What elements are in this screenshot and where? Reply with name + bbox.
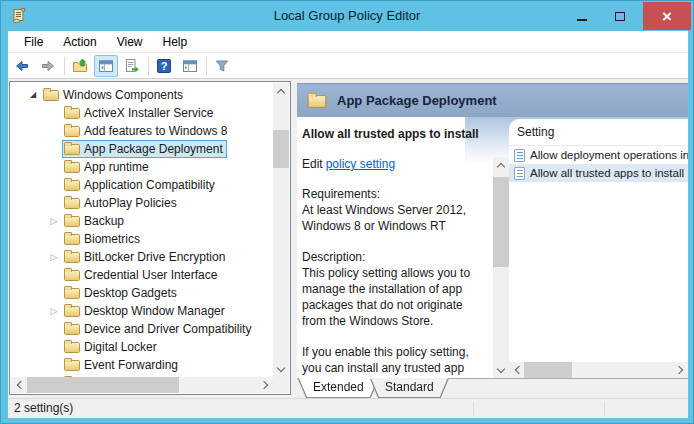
tree-indent: [11, 113, 46, 114]
tree-node-selected[interactable]: App Package Deployment: [62, 140, 227, 158]
scrollbar-thumb[interactable]: [273, 130, 289, 168]
filter-funnel-icon: [214, 58, 230, 74]
tree-node[interactable]: Credential User Interface: [62, 266, 221, 284]
scroll-left-arrow[interactable]: [509, 362, 525, 378]
tab-standard-label[interactable]: Standard: [371, 378, 448, 397]
tree-indent: [11, 167, 46, 168]
setting-item-allow-deployment-operations-in-special-profiles[interactable]: Allow deployment operations in special p…: [509, 146, 688, 164]
tree-item-desktop-window-manager[interactable]: ▷Desktop Window Manager: [11, 302, 273, 320]
forward-arrow-icon: [40, 58, 56, 74]
help-button[interactable]: ?: [152, 55, 176, 77]
tree-indent: [11, 185, 46, 186]
folder-icon: [64, 306, 80, 317]
scroll-down-arrow[interactable]: [493, 362, 509, 378]
tree-horizontal-scrollbar[interactable]: [11, 377, 273, 393]
scroll-right-arrow[interactable]: [257, 377, 273, 393]
scroll-left-arrow[interactable]: [11, 377, 27, 393]
tree-node[interactable]: Device and Driver Compatibility: [62, 320, 255, 338]
folder-icon: [307, 94, 326, 107]
tree-item-label: Application Compatibility: [84, 176, 215, 194]
folder-icon: [64, 234, 80, 245]
tree-item-windows-components[interactable]: ◢Windows Components: [11, 86, 273, 104]
tree-expander-icon[interactable]: ▷: [46, 212, 62, 230]
tree-item-device-and-driver-compatibility[interactable]: Device and Driver Compatibility: [11, 320, 273, 338]
scrollbar-thumb[interactable]: [493, 177, 509, 267]
show-action-pane-toggle[interactable]: [178, 55, 202, 77]
tree-expander-icon[interactable]: ▷: [46, 248, 62, 266]
chevron-up-icon: [497, 162, 505, 170]
scroll-right-arrow[interactable]: [672, 362, 688, 378]
tree-node[interactable]: Add features to Windows 8: [62, 122, 231, 140]
menu-file[interactable]: File: [14, 33, 53, 51]
menu-bar: FileActionViewHelp: [8, 31, 688, 53]
tree-item-biometrics[interactable]: Biometrics: [11, 230, 273, 248]
tree-item-add-features-to-windows-8[interactable]: Add features to Windows 8: [11, 122, 273, 140]
tree-item-activex-installer-service[interactable]: ActiveX Installer Service: [11, 104, 273, 122]
tree-item-digital-locker[interactable]: Digital Locker: [11, 338, 273, 356]
tree-node[interactable]: AutoPlay Policies: [62, 194, 181, 212]
tree-node[interactable]: BitLocker Drive Encryption: [62, 248, 229, 266]
tree-item-autoplay-policies[interactable]: AutoPlay Policies: [11, 194, 273, 212]
folder-icon: [64, 162, 80, 173]
scrollbar-thumb[interactable]: [524, 362, 572, 378]
tree-node[interactable]: ActiveX Installer Service: [62, 104, 217, 122]
maximize-icon: [615, 12, 625, 21]
folder-icon: [64, 126, 80, 137]
export-list-icon: [124, 58, 140, 74]
tab-extended-label[interactable]: Extended: [299, 378, 378, 397]
requirements-text: Requirements: At least Windows Server 20…: [302, 186, 485, 234]
export-list-button[interactable]: [120, 55, 144, 77]
tree-item-app-runtime[interactable]: App runtime: [11, 158, 273, 176]
tree-item-label: Device and Driver Compatibility: [84, 320, 251, 338]
setting-column-header[interactable]: Setting: [509, 119, 688, 146]
folder-icon: [64, 216, 80, 227]
policy-setting-link[interactable]: policy setting: [326, 157, 395, 171]
tree-item-event-forwarding[interactable]: Event Forwarding: [11, 356, 273, 374]
tab-extended[interactable]: Extended: [299, 378, 378, 397]
back-button[interactable]: [10, 55, 34, 77]
tree-node[interactable]: Desktop Window Manager: [62, 302, 229, 320]
scroll-up-arrow[interactable]: [493, 157, 509, 173]
description-vertical-scrollbar[interactable]: [493, 157, 509, 378]
minimize-button[interactable]: [563, 2, 601, 30]
tree-item-app-package-deployment[interactable]: App Package Deployment: [11, 140, 273, 158]
filter-button[interactable]: [210, 55, 234, 77]
tree-item-credential-user-interface[interactable]: Credential User Interface: [11, 266, 273, 284]
tab-standard[interactable]: Standard: [371, 378, 448, 397]
folder-icon: [64, 324, 80, 335]
up-one-level-button[interactable]: [68, 55, 92, 77]
help-icon: ?: [156, 58, 172, 74]
tree-node[interactable]: App runtime: [62, 158, 153, 176]
tree-node[interactable]: Digital Locker: [62, 338, 161, 356]
minimize-icon: [577, 19, 587, 21]
tree-item-application-compatibility[interactable]: Application Compatibility: [11, 176, 273, 194]
list-horizontal-scrollbar[interactable]: [509, 362, 688, 378]
tree-vertical-scrollbar[interactable]: [273, 83, 289, 377]
tree-node[interactable]: Event Forwarding: [62, 356, 182, 374]
setting-item-allow-all-trusted-apps-to-install[interactable]: Allow all trusted apps to install: [509, 164, 688, 182]
scrollbar-thumb[interactable]: [27, 377, 179, 393]
tree-node[interactable]: Desktop Gadgets: [62, 284, 181, 302]
tree-indent: [11, 311, 46, 312]
tree-node[interactable]: Backup: [62, 212, 128, 230]
tree-expander-icon[interactable]: ▷: [46, 302, 62, 320]
menu-action[interactable]: Action: [53, 33, 106, 51]
tree-item-desktop-gadgets[interactable]: Desktop Gadgets: [11, 284, 273, 302]
tree-item-bitlocker-drive-encryption[interactable]: ▷BitLocker Drive Encryption: [11, 248, 273, 266]
menu-view[interactable]: View: [107, 33, 153, 51]
toolbar-separator: [64, 57, 65, 75]
scroll-down-arrow[interactable]: [273, 361, 289, 377]
tree-node[interactable]: Application Compatibility: [62, 176, 219, 194]
folder-icon: [64, 198, 80, 209]
close-button[interactable]: ×: [643, 2, 691, 30]
chevron-down-icon: [497, 364, 505, 372]
tree-item-backup[interactable]: ▷Backup: [11, 212, 273, 230]
menu-help[interactable]: Help: [153, 33, 198, 51]
show-console-tree-toggle[interactable]: [94, 55, 118, 77]
forward-button[interactable]: [36, 55, 60, 77]
tree-node[interactable]: Windows Components: [41, 86, 187, 104]
tree-node[interactable]: Biometrics: [62, 230, 144, 248]
scroll-up-arrow[interactable]: [273, 83, 289, 99]
tree-expander-icon[interactable]: ◢: [25, 86, 41, 104]
maximize-button[interactable]: [601, 2, 639, 30]
